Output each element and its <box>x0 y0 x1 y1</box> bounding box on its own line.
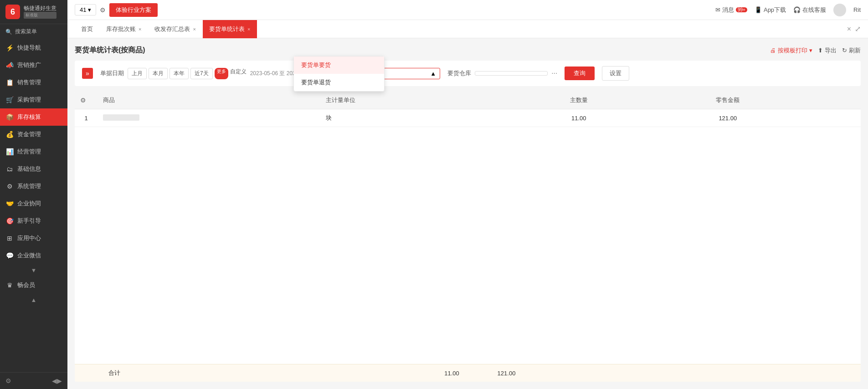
sidebar-item-guide[interactable]: 🎯 新手引导 <box>0 212 67 230</box>
date-custom-btn[interactable]: 自定义 <box>230 68 247 79</box>
sidebar-item-label: 企业协同 <box>17 200 41 208</box>
online-service-btn[interactable]: 🎧 在线客服 <box>793 6 826 14</box>
date-current-btn[interactable]: 本月 <box>149 68 168 79</box>
purchase-icon: 🛒 <box>5 96 14 103</box>
sidebar-item-operation[interactable]: 📊 经营管理 <box>0 143 67 160</box>
export-label: 导出 <box>825 46 837 55</box>
sidebar-item-wechat[interactable]: 💬 企业微信 <box>0 247 67 264</box>
date-filter-label: 单据日期 <box>100 69 124 77</box>
tab-receive-summary-close[interactable]: × <box>193 26 195 32</box>
sidebar-item-label: 应用中心 <box>17 234 41 242</box>
base-icon: 🗂 <box>5 165 14 173</box>
app-name: 畅捷通好生意 <box>24 5 56 12</box>
tab-receive-summary[interactable]: 收发存汇总表 × <box>148 20 202 38</box>
warehouse-filter-input[interactable] <box>475 71 548 76</box>
sidebar-item-label: 库存核算 <box>17 113 41 121</box>
date-recent-btn[interactable]: 近7天 <box>190 68 213 79</box>
inventory-icon: 📦 <box>5 113 14 121</box>
topbar-gear-icon[interactable]: ⚙ <box>100 6 106 14</box>
dropdown-item-order-goods[interactable]: 要货单要货 <box>294 56 384 74</box>
print-icon: 🖨 <box>770 47 776 54</box>
tab-order-summary[interactable]: 要货单统计表 × <box>203 20 257 38</box>
marketing-icon: 📣 <box>5 61 14 69</box>
enterprise-icon: 🤝 <box>5 200 14 207</box>
tab-inventory-batch[interactable]: 库存批次账 × <box>100 20 148 38</box>
tab-expand-btn[interactable]: ⤢ <box>855 25 861 33</box>
filter-settings-btn[interactable]: 设置 <box>602 66 629 81</box>
query-btn[interactable]: 查询 <box>565 67 595 80</box>
refresh-btn[interactable]: ↻ 刷新 <box>842 46 861 55</box>
sidebar-item-sales[interactable]: 📋 销售管理 <box>0 74 67 91</box>
sidebar-item-label: 营销推广 <box>17 61 41 69</box>
table-footer: 合计 11.00 121.00 <box>75 364 861 382</box>
sidebar-item-finance[interactable]: 💰 资金管理 <box>0 126 67 143</box>
export-btn[interactable]: ⬆ 导出 <box>818 46 837 55</box>
collapse-icon[interactable]: ◀▶ <box>52 377 62 384</box>
type-chevron-up-icon: ▲ <box>430 70 436 77</box>
table-empty-space <box>75 127 861 364</box>
sidebar-scroll-down[interactable]: ▼ <box>0 264 67 276</box>
filter-more-btn[interactable]: ··· <box>551 69 557 77</box>
th-unit: 主计量单位 <box>320 92 511 109</box>
dropdown-item-order-return[interactable]: 要货单退货 <box>294 74 384 91</box>
search-label: 搜索菜单 <box>15 28 37 36</box>
sales-icon: 📋 <box>5 79 14 86</box>
app-badge: 标准版 <box>24 12 56 19</box>
footer-qty: 11.00 <box>425 370 479 377</box>
online-service-label: 在线客服 <box>802 6 826 14</box>
guide-icon: 🎯 <box>5 217 14 225</box>
message-icon: ✉ <box>715 6 720 13</box>
message-btn[interactable]: ✉ 消息 99+ <box>715 6 747 14</box>
sidebar-item-marketing[interactable]: 📣 营销推广 <box>0 56 67 74</box>
sidebar-item-base[interactable]: 🗂 基础信息 <box>0 160 67 178</box>
column-settings-icon[interactable]: ⚙ <box>80 97 86 104</box>
company-selector[interactable]: 41 ▾ <box>75 4 96 15</box>
trial-btn[interactable]: 体验行业方案 <box>109 3 158 17</box>
date-year-btn[interactable]: 本年 <box>169 68 189 79</box>
sidebar-item-appcenter[interactable]: ⊞ 应用中心 <box>0 230 67 247</box>
tab-actions: × ⤢ <box>840 25 868 33</box>
export-icon: ⬆ <box>818 47 823 54</box>
sidebar-item-quick-nav[interactable]: ⚡ 快捷导航 <box>0 39 67 56</box>
print-label: 按模板打印 <box>778 46 807 55</box>
print-btn[interactable]: 🖨 按模板打印 ▾ <box>770 46 812 55</box>
settings-icon[interactable]: ⚙ <box>5 377 11 384</box>
sidebar-item-label: 系统管理 <box>17 182 41 190</box>
tab-order-summary-close[interactable]: × <box>247 26 250 32</box>
filter-expand-btn[interactable]: » <box>82 68 93 79</box>
sidebar-item-label: 经营管理 <box>17 148 41 156</box>
date-more-badge[interactable]: 更多 <box>215 68 228 79</box>
footer-amount-value: 121.00 <box>498 370 516 377</box>
sidebar-item-enterprise[interactable]: 🤝 企业协同 <box>0 195 67 212</box>
sidebar-item-system[interactable]: ⚙ 系统管理 <box>0 178 67 195</box>
sidebar-item-purchase[interactable]: 🛒 采购管理 <box>0 91 67 108</box>
tab-inventory-batch-close[interactable]: × <box>139 26 141 32</box>
sidebar-item-inventory[interactable]: 📦 库存核算 <box>0 108 67 126</box>
tab-order-summary-label: 要货单统计表 <box>209 25 245 33</box>
sidebar-item-label: 畅会员 <box>17 281 35 289</box>
app-download-btn[interactable]: 📱 App下载 <box>755 6 786 14</box>
main-area: 41 ▾ ⚙ 体验行业方案 ✉ 消息 99+ 📱 App下载 🎧 在线客服 Ri… <box>67 0 868 389</box>
filter-bar: » 单据日期 上月 本月 本年 近7天 更多 自定义 2023-05-06 至 … <box>75 61 861 86</box>
sidebar-scroll-up[interactable]: ▲ <box>0 294 67 306</box>
dropdown-item-order-return-label: 要货单退货 <box>301 79 331 86</box>
sidebar-search[interactable]: 🔍 搜索菜单 <box>0 24 67 39</box>
user-name: Rit <box>853 6 861 13</box>
date-quick-btns: 上月 本月 本年 近7天 更多 自定义 <box>128 68 247 79</box>
warehouse-filter-label: 要货仓库 <box>447 69 471 77</box>
wechat-icon: 💬 <box>5 252 14 259</box>
sidebar: 6 畅捷通好生意 标准版 🔍 搜索菜单 ⚡ 快捷导航 📣 营销推广 📋 销售管理… <box>0 0 67 389</box>
page-title: 要货单统计表(按商品) <box>75 46 145 55</box>
sidebar-item-label: 新手引导 <box>17 217 41 225</box>
tab-home[interactable]: 首页 <box>75 20 100 38</box>
date-prev-btn[interactable]: 上月 <box>128 68 147 79</box>
cell-unit: 块 <box>320 109 511 127</box>
avatar <box>833 4 846 16</box>
th-settings: ⚙ <box>75 92 98 109</box>
data-table: ⚙ 商品 主计量单位 主数量 零售金额 1 <box>75 92 861 127</box>
warehouse-filter-group: 要货仓库 ··· <box>447 69 557 77</box>
cell-product <box>98 109 320 127</box>
cell-qty: 11.00 <box>511 109 646 127</box>
sidebar-item-member[interactable]: ♛ 畅会员 <box>0 276 67 294</box>
tab-close-all-btn[interactable]: × <box>847 25 851 33</box>
